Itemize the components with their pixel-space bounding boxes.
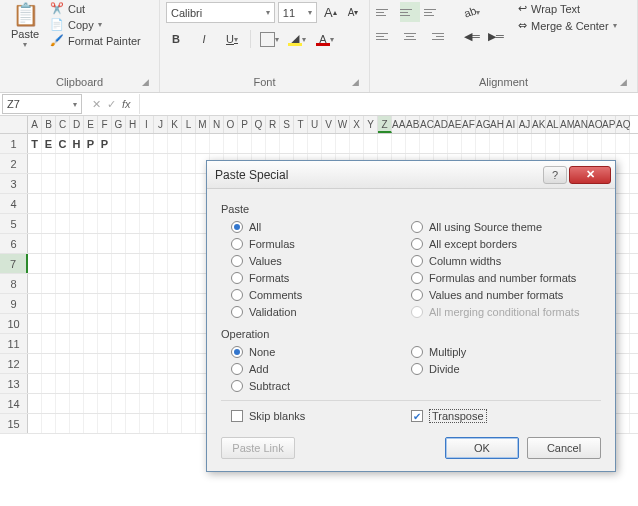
cell[interactable]: E <box>42 134 56 153</box>
cell[interactable] <box>154 214 168 233</box>
radio-comments[interactable]: Comments <box>231 289 411 301</box>
column-header[interactable]: C <box>56 116 70 133</box>
row-header[interactable]: 11 <box>0 334 28 353</box>
cell[interactable] <box>420 134 434 153</box>
cell[interactable] <box>112 354 126 373</box>
radio-values[interactable]: Values <box>231 255 411 267</box>
column-header[interactable]: I <box>140 116 154 133</box>
cell[interactable] <box>224 134 238 153</box>
cell[interactable] <box>210 134 224 153</box>
dialog-launcher-icon[interactable]: ◢ <box>349 76 361 88</box>
cell[interactable] <box>70 354 84 373</box>
cell[interactable] <box>126 134 140 153</box>
radio-subtract[interactable]: Subtract <box>231 380 411 392</box>
cell[interactable] <box>168 154 182 173</box>
cell[interactable] <box>84 154 98 173</box>
cell[interactable] <box>42 194 56 213</box>
cell[interactable] <box>70 274 84 293</box>
cell[interactable] <box>42 234 56 253</box>
cell[interactable] <box>350 134 364 153</box>
cut-button[interactable]: ✂️Cut <box>50 2 141 15</box>
cell[interactable] <box>56 254 70 273</box>
cell[interactable] <box>504 134 518 153</box>
cell[interactable] <box>56 234 70 253</box>
cell[interactable] <box>56 314 70 333</box>
align-bottom-button[interactable] <box>424 2 444 22</box>
row-header[interactable]: 3 <box>0 174 28 193</box>
help-button[interactable]: ? <box>543 166 567 184</box>
column-header[interactable]: B <box>42 116 56 133</box>
cell[interactable] <box>182 234 196 253</box>
cell[interactable] <box>616 254 630 273</box>
cell[interactable] <box>28 214 42 233</box>
cell[interactable] <box>140 354 154 373</box>
cell[interactable] <box>126 294 140 313</box>
cell[interactable] <box>56 154 70 173</box>
cell[interactable] <box>112 414 126 433</box>
cell[interactable] <box>616 154 630 173</box>
cell[interactable] <box>490 134 504 153</box>
row-header[interactable]: 12 <box>0 354 28 373</box>
column-header[interactable]: Y <box>364 116 378 133</box>
column-header[interactable]: AH <box>490 116 504 133</box>
cell[interactable] <box>112 154 126 173</box>
italic-button[interactable]: I <box>194 29 214 49</box>
align-middle-button[interactable] <box>400 2 420 22</box>
cell[interactable] <box>28 254 42 273</box>
cell[interactable] <box>154 154 168 173</box>
cell[interactable] <box>616 354 630 373</box>
cell[interactable] <box>28 334 42 353</box>
cell[interactable] <box>154 354 168 373</box>
cell[interactable] <box>140 234 154 253</box>
dialog-launcher-icon[interactable]: ◢ <box>617 76 629 88</box>
cell[interactable] <box>182 394 196 413</box>
cell[interactable] <box>126 354 140 373</box>
cell[interactable] <box>182 314 196 333</box>
cell[interactable] <box>168 274 182 293</box>
cell[interactable] <box>182 134 196 153</box>
cell[interactable] <box>98 394 112 413</box>
fill-color-button[interactable]: ◢▾ <box>287 29 307 49</box>
cell[interactable] <box>448 134 462 153</box>
radio-values-and-number-formats[interactable]: Values and number formats <box>411 289 611 301</box>
cell[interactable] <box>182 354 196 373</box>
column-header[interactable]: AC <box>420 116 434 133</box>
cell[interactable] <box>126 374 140 393</box>
radio-all-using-source-theme[interactable]: All using Source theme <box>411 221 611 233</box>
column-header[interactable]: N <box>210 116 224 133</box>
cell[interactable] <box>168 194 182 213</box>
row-header[interactable]: 7 <box>0 254 28 273</box>
paste-button[interactable]: 📋 Paste ▾ <box>6 2 44 68</box>
cell[interactable] <box>154 174 168 193</box>
cell[interactable] <box>112 254 126 273</box>
cancel-button[interactable]: Cancel <box>527 437 601 459</box>
dialog-titlebar[interactable]: Paste Special ? ✕ <box>207 161 615 189</box>
underline-button[interactable]: U▾ <box>222 29 242 49</box>
cell[interactable] <box>84 354 98 373</box>
cell[interactable] <box>546 134 560 153</box>
column-header[interactable]: AB <box>406 116 420 133</box>
cell[interactable] <box>616 414 630 433</box>
cell[interactable] <box>154 374 168 393</box>
cell[interactable] <box>476 134 490 153</box>
cell[interactable] <box>182 214 196 233</box>
cell[interactable] <box>28 294 42 313</box>
decrease-indent-button[interactable]: ◀═ <box>462 26 482 46</box>
cell[interactable] <box>168 414 182 433</box>
column-header[interactable]: AJ <box>518 116 532 133</box>
cell[interactable] <box>168 214 182 233</box>
cell[interactable] <box>98 354 112 373</box>
column-header[interactable]: S <box>280 116 294 133</box>
cell[interactable] <box>168 334 182 353</box>
cell[interactable]: H <box>70 134 84 153</box>
cell[interactable] <box>168 174 182 193</box>
cell[interactable] <box>56 374 70 393</box>
column-header[interactable]: R <box>266 116 280 133</box>
cell[interactable] <box>196 134 210 153</box>
cell[interactable] <box>112 214 126 233</box>
cell[interactable] <box>112 134 126 153</box>
cell[interactable] <box>98 174 112 193</box>
cell[interactable] <box>182 154 196 173</box>
cell[interactable] <box>70 394 84 413</box>
cell[interactable] <box>140 294 154 313</box>
